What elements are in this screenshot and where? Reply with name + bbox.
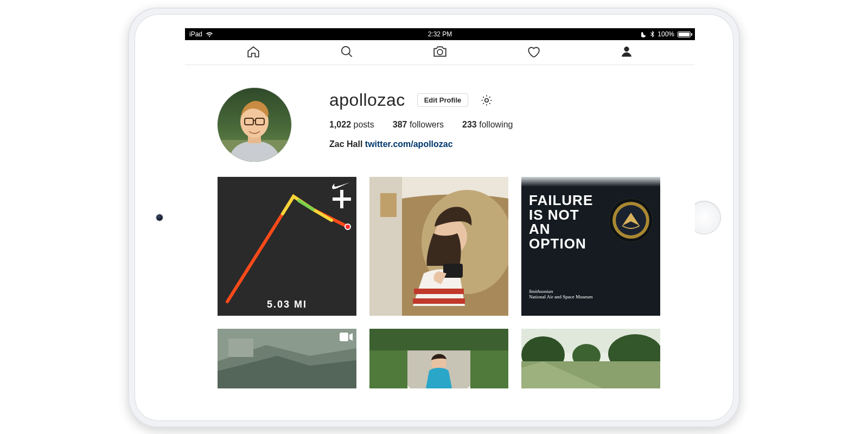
svg-point-1 <box>437 49 443 55</box>
stats-row: 1,022 posts 387 followers 233 following <box>329 120 662 130</box>
camera-icon <box>432 44 448 61</box>
svg-rect-24 <box>369 329 508 350</box>
post-tile-1[interactable]: 5.03 MI <box>218 177 356 316</box>
camera-tab[interactable] <box>430 43 450 62</box>
svg-point-2 <box>624 47 629 51</box>
home-icon <box>246 44 260 61</box>
post-grid-row-2 <box>185 316 695 388</box>
home-tab[interactable] <box>244 43 263 62</box>
followers-stat[interactable]: 387 followers <box>393 120 444 130</box>
svg-point-0 <box>342 46 350 54</box>
following-stat[interactable]: 233 following <box>462 120 513 130</box>
video-badge-icon <box>339 332 353 344</box>
bio-link[interactable]: twitter.com/apollozac <box>365 139 453 149</box>
post-grid: 5.03 MI <box>185 177 695 316</box>
svg-rect-18 <box>443 264 463 278</box>
search-icon <box>340 44 354 61</box>
svg-point-9 <box>485 98 488 101</box>
glare <box>521 177 660 187</box>
svg-point-10 <box>345 224 350 229</box>
photo-child-couch <box>369 177 508 316</box>
front-camera <box>156 214 163 221</box>
profile-tab[interactable] <box>617 43 636 62</box>
post-tile-5[interactable] <box>369 329 508 388</box>
book-title: FAILURE IS NOT AN OPTION <box>529 193 593 251</box>
wifi-icon <box>206 31 213 37</box>
ipad-frame: iPad 2:32 PM 100% <box>128 8 740 427</box>
avatar[interactable] <box>218 88 291 162</box>
search-tab[interactable] <box>337 43 356 62</box>
run-distance: 5.03 MI <box>267 299 307 310</box>
posts-stat[interactable]: 1,022 posts <box>329 120 374 130</box>
top-nav <box>185 40 695 65</box>
bio: Zac Hall twitter.com/apollozac <box>329 139 662 149</box>
svg-rect-16 <box>414 289 464 294</box>
svg-rect-22 <box>340 333 348 341</box>
activity-tab[interactable] <box>524 43 543 62</box>
photo-park <box>521 329 660 388</box>
display-name: Zac Hall <box>329 139 362 149</box>
username: apollozac <box>329 90 405 110</box>
svg-rect-25 <box>369 350 407 388</box>
photo-child-path <box>369 329 508 388</box>
book-subtitle: Smithsonian National Air and Space Museu… <box>529 289 592 299</box>
post-tile-2[interactable] <box>369 177 508 316</box>
svg-rect-13 <box>380 193 397 217</box>
apollo-patch-icon <box>609 199 653 242</box>
device-label: iPad <box>189 30 202 38</box>
ipad-bezel: iPad 2:32 PM 100% <box>135 14 733 421</box>
photo-aerial <box>218 329 356 388</box>
heart-icon <box>526 44 540 61</box>
battery-percent: 100% <box>658 30 674 38</box>
svg-rect-21 <box>228 339 253 357</box>
screen: iPad 2:32 PM 100% <box>185 28 695 420</box>
profile-content[interactable]: apollozac Edit Profile <box>185 65 695 420</box>
nike-logo-icon <box>331 182 350 208</box>
gear-icon <box>480 99 493 108</box>
settings-button[interactable] <box>480 94 493 107</box>
edit-profile-button[interactable]: Edit Profile <box>417 93 469 107</box>
post-tile-6[interactable] <box>521 329 660 388</box>
battery-icon <box>678 31 691 37</box>
profile-icon <box>620 45 633 60</box>
profile-header: apollozac Edit Profile <box>185 65 695 177</box>
bluetooth-icon <box>650 31 654 37</box>
do-not-disturb-icon <box>641 31 647 37</box>
clock: 2:32 PM <box>428 30 452 38</box>
post-tile-4[interactable] <box>218 329 356 388</box>
post-tile-3[interactable]: FAILURE IS NOT AN OPTION <box>521 177 660 316</box>
svg-rect-26 <box>470 350 508 388</box>
avatar-image <box>218 88 291 162</box>
svg-rect-17 <box>413 298 465 304</box>
status-bar: iPad 2:32 PM 100% <box>185 28 695 40</box>
